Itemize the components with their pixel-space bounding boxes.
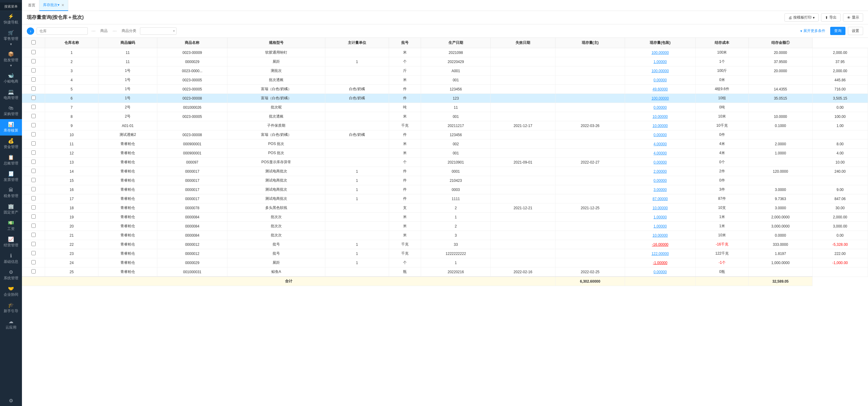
cell-qty-main[interactable]: 1.00000	[625, 222, 696, 231]
cell-qty-main[interactable]: 0.00000	[625, 176, 696, 185]
cell-checkbox[interactable]	[22, 158, 45, 167]
cell-code: 0000012	[157, 240, 227, 249]
sidebar-item-pifa[interactable]: 📦 批发管理 ▾	[0, 49, 22, 70]
cell-checkbox[interactable]	[22, 212, 45, 222]
cell-qty-main[interactable]: 1.00000	[625, 57, 696, 66]
cell-checkbox[interactable]	[22, 231, 45, 240]
cell-qty-main[interactable]: 10.00000	[625, 112, 696, 121]
cell-checkbox[interactable]	[22, 94, 45, 103]
cell-prod-date	[491, 176, 556, 185]
sidebar-search[interactable]: 搜索菜单	[0, 2, 22, 11]
product-dots[interactable]: ···	[111, 28, 118, 34]
cell-checkbox[interactable]	[22, 167, 45, 176]
sidebar-item-shuiwu[interactable]: 🏛 税务管理	[0, 185, 22, 201]
cell-checkbox[interactable]	[22, 249, 45, 258]
cell-batch: 20211217	[421, 121, 491, 130]
export-button[interactable]: ⬆ 导出	[821, 13, 841, 22]
cell-qty-main[interactable]: 0.00000	[625, 103, 696, 112]
sidebar-item-caigou[interactable]: 🛍 采购管理	[0, 103, 22, 119]
show-button[interactable]: 👁 显示	[843, 13, 863, 22]
cell-qty-pack: 100米	[695, 48, 748, 57]
cell-checkbox[interactable]	[22, 139, 45, 149]
sidebar-item-zijin[interactable]: 💰 资金管理	[0, 136, 22, 152]
sidebar-item-xitong[interactable]: ⚙ 系统管理	[0, 267, 22, 283]
cell-checkbox[interactable]	[22, 85, 45, 94]
sidebar-settings[interactable]: ⚙	[0, 395, 22, 406]
cell-checkbox[interactable]	[22, 112, 45, 121]
cell-qty-main[interactable]: 100.00000	[625, 48, 696, 57]
sidebar-item-qiyexietong[interactable]: 🤝 企业协同	[0, 283, 22, 300]
sidebar-item-gudingzichan[interactable]: 🏢 固定资产	[0, 201, 22, 217]
filter-expand-button[interactable]: ›	[27, 27, 34, 35]
sidebar-item-fapiao[interactable]: 🧾 发票管理	[0, 168, 22, 185]
cell-cost: 333.0000	[748, 240, 812, 249]
cell-checkbox[interactable]	[22, 103, 45, 112]
set-button[interactable]: 设置	[848, 27, 863, 35]
tab-home[interactable]: 首页	[24, 0, 39, 11]
cell-qty-main[interactable]: 10.00000	[625, 121, 696, 130]
sidebar-item-xiaojing[interactable]: 🐋 小鲸电商	[0, 70, 22, 87]
sidebar-item-kucun[interactable]: 📊 库存核算	[0, 119, 22, 136]
cell-qty-main[interactable]: 10.00000	[625, 231, 696, 240]
cell-qty-main[interactable]: 87.00000	[625, 194, 696, 203]
cell-checkbox[interactable]	[22, 185, 45, 194]
cell-qty-main[interactable]: 2.00000	[625, 167, 696, 176]
cell-qty-main[interactable]: 100.00000	[625, 94, 696, 103]
cell-checkbox[interactable]	[22, 176, 45, 185]
select-all-checkbox[interactable]	[31, 40, 36, 44]
cell-warehouse: 青睿粕仓	[98, 240, 157, 249]
cell-qty-main[interactable]: 4.00000	[625, 149, 696, 158]
tab-kucunpici[interactable]: 库存批次▾ ✕	[39, 0, 68, 11]
sidebar-item-zhongzhang[interactable]: 📋 总账管理	[0, 152, 22, 168]
cell-qty-main[interactable]: 0.00000	[625, 130, 696, 139]
cell-qty-main[interactable]: 0.00000	[625, 75, 696, 85]
category-select[interactable]	[140, 27, 177, 35]
cell-qty-main[interactable]: -1.00000	[625, 258, 696, 267]
cell-checkbox[interactable]	[22, 258, 45, 267]
sidebar-item-lingshou[interactable]: 🛒 零售管理 ▾	[0, 27, 22, 49]
cell-checkbox[interactable]	[22, 267, 45, 277]
sidebar-item-xinshou[interactable]: 🎓 新手引导	[0, 300, 22, 316]
data-table: 仓库名称 商品编码 商品名称 规格型号 主计量单位 批号 生产日期 失效日期 现…	[22, 38, 868, 286]
sidebar-item-kuaijie[interactable]: ⚡ 快捷导航	[0, 11, 22, 27]
cell-checkbox[interactable]	[22, 203, 45, 212]
cell-qty-main[interactable]: 0.00000	[625, 267, 696, 277]
cell-checkbox[interactable]	[22, 240, 45, 249]
cell-qty-main[interactable]: 100.00000	[625, 66, 696, 75]
cell-qty-main[interactable]: 122.00000	[625, 249, 696, 258]
col-batch: 批号	[389, 38, 421, 48]
cell-batch: 2	[421, 203, 491, 212]
query-button[interactable]: 查询	[830, 27, 845, 35]
cell-checkbox[interactable]	[22, 222, 45, 231]
cell-qty-main[interactable]: 0.00000	[625, 158, 696, 167]
sidebar-item-dianshangg[interactable]: 💻 电商管理	[0, 87, 22, 103]
expand-more-button[interactable]: ▾ 展开更多条件	[800, 28, 825, 34]
sidebar-item-jichuxinxi[interactable]: ℹ 基础信息	[0, 250, 22, 267]
cell-prod-date	[491, 231, 556, 240]
cell-checkbox[interactable]	[22, 194, 45, 203]
cell-checkbox[interactable]	[22, 57, 45, 66]
cell-qty-main[interactable]: 4.00000	[625, 139, 696, 149]
cell-name: 鲸鱼A	[227, 267, 325, 277]
cell-checkbox[interactable]	[22, 75, 45, 85]
tab-close-icon[interactable]: ✕	[61, 3, 64, 7]
cell-unit: 米	[389, 212, 421, 222]
cell-checkbox[interactable]	[22, 48, 45, 57]
warehouse-input[interactable]	[37, 27, 88, 35]
cell-checkbox[interactable]	[22, 149, 45, 158]
table-row: 24 青睿粕仓 0000029 展距 1 个 1 -1.00000 -1个 1,…	[22, 258, 868, 267]
cell-checkbox[interactable]	[22, 121, 45, 130]
cell-checkbox[interactable]	[22, 66, 45, 75]
cell-cost	[748, 176, 812, 185]
cell-qty-main[interactable]: -16.00000	[625, 240, 696, 249]
sidebar-item-yunyingyong[interactable]: ☁ 云应用	[0, 316, 22, 333]
cell-qty-main[interactable]: 1.00000	[625, 212, 696, 222]
warehouse-dots[interactable]: ···	[90, 28, 97, 34]
sidebar-item-gongzi[interactable]: 💵 工资	[0, 217, 22, 234]
cell-qty-main[interactable]: 10.00000	[625, 203, 696, 212]
cell-checkbox[interactable]	[22, 130, 45, 139]
cell-qty-main[interactable]: 49.60000	[625, 85, 696, 94]
print-button[interactable]: 🖨 按模板打印 ▾	[784, 13, 818, 22]
sidebar-item-jingying[interactable]: 📈 经营管理	[0, 234, 22, 250]
cell-qty-main[interactable]: 3.00000	[625, 185, 696, 194]
